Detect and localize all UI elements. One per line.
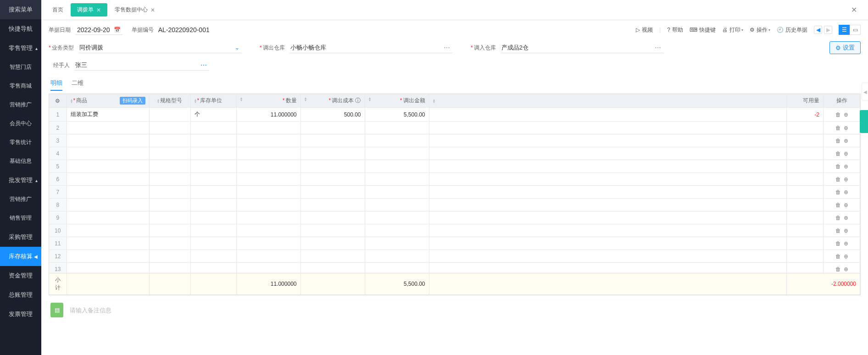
col-avail[interactable]: 可用量 bbox=[787, 94, 823, 108]
top-tab-0[interactable]: 首页 bbox=[46, 3, 70, 17]
col-cost[interactable]: ▴▾*调出成本 ⓘ bbox=[300, 94, 365, 108]
prev-doc-button[interactable]: ◀ bbox=[814, 26, 822, 34]
sidebar-item-4[interactable]: 零售商城 bbox=[0, 77, 41, 95]
table-row[interactable]: 5🗑⊕ bbox=[49, 160, 860, 173]
add-row-icon[interactable]: ⊕ bbox=[844, 176, 848, 183]
add-row-icon[interactable]: ⊕ bbox=[844, 227, 848, 234]
add-row-icon[interactable]: ⊕ bbox=[844, 215, 848, 221]
delete-row-icon[interactable]: 🗑 bbox=[835, 163, 841, 170]
print-link[interactable]: 🖨 打印▾ bbox=[722, 26, 743, 34]
delete-row-icon[interactable]: 🗑 bbox=[835, 266, 841, 272]
col-amount[interactable]: ▴▾*调出金额 bbox=[365, 94, 429, 108]
collapse-handle[interactable]: ◀ bbox=[862, 83, 868, 101]
right-dock-tab[interactable] bbox=[860, 110, 868, 133]
calendar-icon[interactable]: 📅 bbox=[114, 27, 121, 33]
delete-row-icon[interactable]: 🗑 bbox=[835, 202, 841, 208]
sidebar-item-16[interactable]: 发票管理 bbox=[0, 305, 41, 324]
handler-input[interactable] bbox=[74, 60, 209, 71]
view-list-button[interactable]: ☰ bbox=[839, 25, 850, 35]
table-row[interactable]: 10🗑⊕ bbox=[49, 224, 860, 237]
delete-row-icon[interactable]: 🗑 bbox=[835, 176, 841, 183]
doc-date-field[interactable]: 2022-09-20 📅 bbox=[75, 25, 122, 35]
delete-row-icon[interactable]: 🗑 bbox=[835, 150, 841, 157]
table-row[interactable]: 7🗑⊕ bbox=[49, 186, 860, 199]
delete-row-icon[interactable]: 🗑 bbox=[835, 253, 841, 260]
delete-row-icon[interactable]: 🗑 bbox=[835, 138, 841, 144]
close-icon[interactable]: ✕ bbox=[150, 7, 155, 13]
scan-button[interactable]: 扫码录入 bbox=[120, 97, 145, 105]
table-row[interactable]: 6🗑⊕ bbox=[49, 173, 860, 186]
sidebar-item-8[interactable]: 基础信息 bbox=[0, 152, 41, 171]
in-wh-select[interactable]: ⋯ bbox=[501, 42, 663, 53]
sidebar-item-13[interactable]: 库存核算◀ bbox=[0, 247, 41, 266]
add-row-icon[interactable]: ⊕ bbox=[844, 125, 848, 131]
out-wh-select[interactable]: ⋯ bbox=[289, 42, 452, 53]
delete-row-icon[interactable]: 🗑 bbox=[835, 111, 841, 118]
gear-header[interactable]: ⚙ bbox=[49, 94, 67, 108]
sidebar-item-10[interactable]: 营销推广 bbox=[0, 190, 41, 209]
table-row[interactable]: 11🗑⊕ bbox=[49, 237, 860, 250]
out-wh-input[interactable] bbox=[289, 42, 452, 53]
add-row-icon[interactable]: ⊕ bbox=[844, 240, 848, 247]
biz-type-input[interactable] bbox=[78, 42, 241, 53]
table-row[interactable]: 9🗑⊕ bbox=[49, 211, 860, 224]
top-tab-2[interactable]: 零售数据中心✕ bbox=[108, 3, 161, 17]
sidebar-item-3[interactable]: 智慧门店 bbox=[0, 58, 41, 77]
table-row[interactable]: 12🗑⊕ bbox=[49, 250, 860, 263]
next-doc-button[interactable]: ▶ bbox=[824, 26, 832, 34]
note-icon[interactable]: ▤ bbox=[50, 303, 63, 317]
col-product[interactable]: ▴▾*商品扫码录入 bbox=[67, 94, 149, 108]
col-qty[interactable]: ▴▾*数量 bbox=[236, 94, 300, 108]
table-row[interactable]: 2🗑⊕ bbox=[49, 122, 860, 134]
delete-row-icon[interactable]: 🗑 bbox=[835, 240, 841, 247]
add-row-icon[interactable]: ⊕ bbox=[844, 138, 848, 144]
shortcut-link[interactable]: ⌨ 快捷键 bbox=[690, 26, 716, 34]
table-row[interactable]: 4🗑⊕ bbox=[49, 147, 860, 160]
close-all-tabs[interactable]: ✕ bbox=[845, 6, 863, 14]
remark-input[interactable] bbox=[70, 307, 859, 314]
biz-type-select[interactable]: ⌄ bbox=[78, 42, 241, 53]
video-link[interactable]: ▷ 视频 bbox=[636, 26, 653, 34]
table-row[interactable]: 3🗑⊕ bbox=[49, 134, 860, 147]
in-wh-group: *调入仓库 ⋯ bbox=[471, 41, 663, 54]
handler-select[interactable]: ⋯ bbox=[74, 60, 209, 71]
add-row-icon[interactable]: ⊕ bbox=[844, 150, 848, 157]
sidebar-item-14[interactable]: 资金管理 bbox=[0, 266, 41, 285]
sidebar-item-6[interactable]: 会员中心 bbox=[0, 114, 41, 133]
close-icon[interactable]: ✕ bbox=[96, 7, 101, 13]
sidebar-item-15[interactable]: 总账管理 bbox=[0, 285, 41, 305]
delete-row-icon[interactable]: 🗑 bbox=[835, 189, 841, 195]
add-row-icon[interactable]: ⊕ bbox=[844, 163, 848, 170]
sidebar-item-1[interactable]: 快捷导航 bbox=[0, 19, 41, 39]
col-unit[interactable]: ▴▾*库存单位 bbox=[190, 94, 236, 108]
sidebar-item-12[interactable]: 采购管理 bbox=[0, 227, 41, 247]
add-row-icon[interactable]: ⊕ bbox=[844, 202, 848, 208]
sidebar-item-2[interactable]: 零售管理▴ bbox=[0, 39, 41, 58]
table-row[interactable]: 13🗑⊕ bbox=[49, 263, 860, 273]
sidebar-item-5[interactable]: 营销推广 bbox=[0, 95, 41, 114]
sidebar-item-7[interactable]: 零售统计 bbox=[0, 133, 41, 152]
table-row[interactable]: 1组装加工费个11.000000500.005,500.00-2🗑⊕ bbox=[49, 108, 860, 122]
add-row-icon[interactable]: ⊕ bbox=[844, 266, 848, 272]
operate-link[interactable]: ⚙ 操作▾ bbox=[750, 26, 770, 34]
table-row[interactable]: 8🗑⊕ bbox=[49, 199, 860, 211]
settings-button[interactable]: ⚙ 设置 bbox=[829, 41, 861, 54]
detail-tabs: 明细 二维 bbox=[41, 72, 868, 91]
tab-detail[interactable]: 明细 bbox=[50, 79, 62, 91]
help-link[interactable]: ? 帮助 bbox=[667, 26, 683, 34]
add-row-icon[interactable]: ⊕ bbox=[844, 253, 848, 260]
sidebar-item-0[interactable]: 搜索菜单 bbox=[0, 0, 41, 19]
delete-row-icon[interactable]: 🗑 bbox=[835, 215, 841, 221]
delete-row-icon[interactable]: 🗑 bbox=[835, 125, 841, 131]
view-card-button[interactable]: ▭ bbox=[850, 25, 861, 35]
add-row-icon[interactable]: ⊕ bbox=[844, 189, 848, 195]
top-tab-1[interactable]: 调拨单✕ bbox=[71, 3, 107, 17]
in-wh-input[interactable] bbox=[501, 42, 663, 53]
col-spec[interactable]: ▴▾规格型号 bbox=[149, 94, 190, 108]
history-link[interactable]: 🕘 历史单据 bbox=[777, 26, 807, 34]
delete-row-icon[interactable]: 🗑 bbox=[835, 227, 841, 234]
sidebar-item-11[interactable]: 销售管理 bbox=[0, 209, 41, 227]
tab-2d[interactable]: 二维 bbox=[72, 79, 83, 91]
add-row-icon[interactable]: ⊕ bbox=[844, 111, 848, 118]
sidebar-item-9[interactable]: 批发管理▴ bbox=[0, 171, 41, 190]
